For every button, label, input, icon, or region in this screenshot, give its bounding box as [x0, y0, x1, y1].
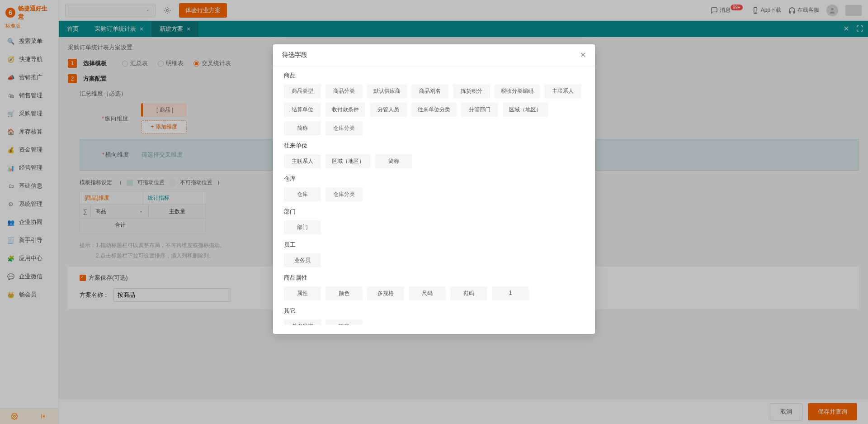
field-chip[interactable]: 简称: [284, 121, 321, 135]
field-chip-grid: 业务员: [284, 253, 584, 267]
modal-title: 待选字段: [282, 51, 307, 59]
field-group-title: 其它: [284, 307, 584, 315]
modal-body: 商品商品类型商品分类默认供应商商品别名拣货积分税收分类编码主联系人结算单位收付款…: [273, 71, 595, 325]
field-chip[interactable]: 分管人员: [370, 103, 407, 117]
field-chip[interactable]: 仓库分类: [326, 187, 363, 201]
field-group: 商品商品类型商品分类默认供应商商品别名拣货积分税收分类编码主联系人结算单位收付款…: [284, 71, 584, 135]
field-chip[interactable]: 部门: [284, 220, 321, 234]
field-chip[interactable]: 往来单位分类: [411, 103, 457, 117]
field-chip[interactable]: 拣货积分: [453, 84, 490, 98]
field-group: 往来单位主联系人区域（地区）简称: [284, 142, 584, 168]
field-group: 仓库仓库仓库分类: [284, 175, 584, 201]
field-chip[interactable]: 商品类型: [284, 84, 321, 98]
field-chip[interactable]: 简称: [375, 154, 412, 168]
field-group-title: 员工: [284, 241, 584, 249]
field-chip[interactable]: 1: [492, 286, 529, 300]
field-picker-modal: 待选字段 ✕ 商品商品类型商品分类默认供应商商品别名拣货积分税收分类编码主联系人…: [273, 44, 595, 334]
field-chip[interactable]: 分管部门: [461, 103, 498, 117]
field-chip[interactable]: 区域（地区）: [503, 103, 548, 117]
field-chip[interactable]: 属性: [284, 286, 321, 300]
modal-close-button[interactable]: ✕: [580, 51, 586, 59]
field-chip[interactable]: 默认供应商: [367, 84, 407, 98]
field-chip[interactable]: 商品别名: [411, 84, 448, 98]
field-group-title: 商品属性: [284, 274, 584, 282]
field-group: 员工业务员: [284, 241, 584, 267]
field-chip-grid: 商品类型商品分类默认供应商商品别名拣货积分税收分类编码主联系人结算单位收付款条件…: [284, 84, 584, 135]
field-chip[interactable]: 鞋码: [450, 286, 487, 300]
field-chip[interactable]: 单据日期: [284, 319, 321, 325]
field-chip[interactable]: 主联系人: [284, 154, 321, 168]
field-chip[interactable]: 结算单位: [284, 103, 321, 117]
field-group-title: 商品: [284, 71, 584, 80]
field-group-title: 仓库: [284, 175, 584, 183]
field-group: 商品属性属性颜色多规格尺码鞋码1: [284, 274, 584, 300]
field-chip-grid: 仓库仓库分类: [284, 187, 584, 201]
field-chip[interactable]: 商品分类: [326, 84, 363, 98]
field-chip[interactable]: 税收分类编码: [495, 84, 540, 98]
field-chip[interactable]: 多规格: [367, 286, 404, 300]
field-chip[interactable]: 收付款条件: [326, 103, 365, 117]
field-chip[interactable]: 颜色: [326, 286, 363, 300]
field-group: 部门部门: [284, 208, 584, 234]
app-root: 6 畅捷通好生意 标准版 🔍搜索菜单🧭快捷导航📣营销推广🛍销售管理🛒采购管理🏠库…: [0, 0, 868, 424]
field-chip[interactable]: 项目: [326, 319, 363, 325]
modal-header: 待选字段 ✕: [273, 44, 595, 66]
field-chip-grid: 属性颜色多规格尺码鞋码1: [284, 286, 584, 300]
field-chip-grid: 部门: [284, 220, 584, 234]
field-chip[interactable]: 尺码: [409, 286, 446, 300]
field-chip[interactable]: 仓库分类: [326, 121, 363, 135]
field-group-title: 部门: [284, 208, 584, 216]
field-chip[interactable]: 主联系人: [544, 84, 581, 98]
field-chip-grid: 单据日期项目: [284, 319, 584, 325]
field-group: 其它单据日期项目: [284, 307, 584, 325]
field-chip[interactable]: 仓库: [284, 187, 321, 201]
field-group-title: 往来单位: [284, 142, 584, 150]
field-chip[interactable]: 业务员: [284, 253, 321, 267]
field-chip-grid: 主联系人区域（地区）简称: [284, 154, 584, 168]
field-chip[interactable]: 区域（地区）: [326, 154, 371, 168]
